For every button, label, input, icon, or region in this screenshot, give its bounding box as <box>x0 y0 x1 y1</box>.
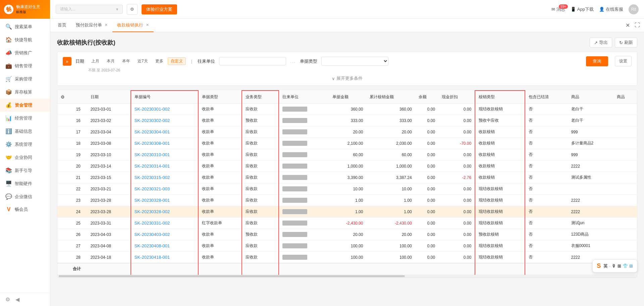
th-bill-no[interactable]: 单据编号 <box>131 90 198 104</box>
cell-settings[interactable] <box>57 161 69 172</box>
cell-bill-no[interactable]: SK-20230310-001 <box>131 149 198 161</box>
cell-settings[interactable] <box>57 126 69 138</box>
cell-settings[interactable] <box>57 240 69 252</box>
filter-this-month[interactable]: 本月 <box>104 57 118 65</box>
bill-no-link[interactable]: SK-20230304-001 <box>135 129 170 134</box>
filter-partner-input[interactable] <box>219 57 286 65</box>
message-btn[interactable]: ✉ 消息 99+ <box>551 6 565 12</box>
bill-no-link[interactable]: SK-20230328-001 <box>135 198 170 203</box>
cell-settings[interactable] <box>57 218 69 229</box>
tab-prepay-close[interactable]: ✕ <box>105 23 108 27</box>
tab-collection-close[interactable]: ✕ <box>146 23 149 27</box>
cell-settings[interactable] <box>57 104 69 115</box>
sidebar-item-wechat[interactable]: 💬 企业微信 <box>0 190 50 203</box>
cell-settings[interactable] <box>57 149 69 161</box>
sidebar-item-purchase[interactable]: 🛒 采购管理 <box>0 72 50 85</box>
bill-no-link[interactable]: SK-20230308-001 <box>135 141 170 146</box>
th-product2[interactable]: 商品 <box>613 90 637 104</box>
cell-bill-no[interactable]: SK-20230301-002 <box>131 104 198 115</box>
sidebar-item-finance[interactable]: 💰 资金管理 <box>0 99 50 112</box>
cell-bill-no[interactable]: SK-20230328-001 <box>131 195 198 206</box>
bill-no-link[interactable]: SK-20230302-002 <box>135 118 170 123</box>
sidebar-item-hardware[interactable]: 🖥️ 智能硬件 <box>0 177 50 190</box>
th-cash-discount[interactable]: 现金折扣 <box>438 90 475 104</box>
sidebar-item-sales[interactable]: 💼 销售管理 <box>0 59 50 72</box>
cell-settings[interactable] <box>57 172 69 183</box>
cell-settings[interactable] <box>57 115 69 126</box>
filter-settings-btn[interactable]: 设置 <box>615 56 632 66</box>
sidebar-item-inventory[interactable]: 📦 库存核算 <box>0 85 50 99</box>
column-settings-icon[interactable]: ⚙ <box>61 95 65 100</box>
sidebar-item-basic[interactable]: ℹ️ 基础信息 <box>0 125 50 138</box>
sidebar-item-member[interactable]: V 畅会员 <box>0 203 50 216</box>
filter-7days[interactable]: 近7天 <box>135 57 151 65</box>
cell-settings[interactable] <box>57 183 69 195</box>
cell-bill-no[interactable]: SK-20230302-002 <box>131 115 198 126</box>
filter-more[interactable]: 更多 <box>152 57 166 65</box>
filter-this-year[interactable]: 本年 <box>119 57 133 65</box>
th-partner[interactable]: 往来单位 <box>279 90 329 104</box>
cell-bill-no[interactable]: SK-20230304-001 <box>131 126 198 138</box>
sidebar-item-search[interactable]: 🔍 搜索菜单 <box>0 20 50 33</box>
tabs-fullscreen-btn[interactable]: ⛶ <box>633 21 641 30</box>
bill-no-link[interactable]: SK-20230314-001 <box>135 164 170 169</box>
sidebar-settings-btn[interactable]: ⚙ <box>5 296 10 303</box>
user-avatar[interactable]: Rit <box>629 4 639 14</box>
tab-prepay[interactable]: 预付款应付单 ✕ <box>71 19 112 32</box>
bill-no-link[interactable]: SK-20230315-002 <box>135 175 170 180</box>
bill-no-link[interactable]: SK-20230408-001 <box>135 243 170 248</box>
sidebar-item-system[interactable]: ⚙️ 系统管理 <box>0 138 50 151</box>
th-cancel-amount[interactable]: 累计核销金额 <box>366 90 415 104</box>
filter-last-month[interactable]: 上月 <box>88 57 102 65</box>
filter-dots[interactable]: ... <box>290 59 296 64</box>
table-scroll-bar[interactable] <box>57 275 637 278</box>
bill-no-link[interactable]: SK-20230331-002 <box>135 221 170 226</box>
sidebar-item-guide[interactable]: 📚 新手引导 <box>0 164 50 177</box>
th-include-settled[interactable]: 包含已结清 <box>525 90 568 104</box>
cell-bill-no[interactable]: SK-20230314-001 <box>131 161 198 172</box>
filter-expand-btn[interactable]: ∨ 展开更多条件 <box>63 75 632 81</box>
cell-bill-no[interactable]: SK-20230408-001 <box>131 240 198 252</box>
th-cancel-type[interactable]: 核销类型 <box>475 90 525 104</box>
tab-collection[interactable]: 收款核销执行 ✕ <box>112 19 154 32</box>
tabs-close-btn[interactable]: ✕ <box>624 21 631 30</box>
bill-no-link[interactable]: SK-20230403-002 <box>135 232 170 237</box>
th-settings[interactable]: ⚙ <box>57 90 69 104</box>
bill-no-link[interactable]: SK-20230418-001 <box>135 255 170 260</box>
th-amount[interactable]: 单据金额 <box>329 90 367 104</box>
refresh-btn[interactable]: ↻ 刷新 <box>615 38 637 48</box>
th-bill-type[interactable]: 单据类型 <box>198 90 242 104</box>
bill-no-link[interactable]: SK-20230310-001 <box>135 152 170 157</box>
bill-no-link[interactable]: SK-20230328-002 <box>135 209 170 214</box>
sidebar-collapse-btn[interactable]: ◀ <box>15 296 19 303</box>
sidebar-item-marketing[interactable]: 📣 营销推广 <box>0 46 50 59</box>
cell-bill-no[interactable]: SK-20230308-001 <box>131 138 198 149</box>
cell-bill-no[interactable]: SK-20230321-003 <box>131 183 198 195</box>
solution-btn[interactable]: 体验行业方案 <box>142 4 177 14</box>
export-btn[interactable]: ↗ 导出 <box>590 38 612 48</box>
sidebar-item-quicknav[interactable]: 🏠 快捷导航 <box>0 33 50 46</box>
filter-query-btn[interactable]: 查询 <box>586 56 608 66</box>
cell-settings[interactable] <box>57 195 69 206</box>
topbar-settings-btn[interactable]: ⚙ <box>127 4 138 15</box>
app-download-btn[interactable]: 📱 App下载 <box>571 6 594 12</box>
cell-bill-no[interactable]: SK-20230315-002 <box>131 172 198 183</box>
filter-custom[interactable]: 自定义 <box>168 57 186 65</box>
filter-bill-type-select[interactable] <box>321 57 388 66</box>
cell-settings[interactable] <box>57 206 69 218</box>
sidebar-item-corp[interactable]: 🤝 企业协同 <box>0 151 50 164</box>
cell-settings[interactable] <box>57 252 69 263</box>
filter-toggle-btn[interactable]: » <box>63 57 71 66</box>
sidebar-item-operation[interactable]: 📊 经营管理 <box>0 112 50 125</box>
cell-bill-no[interactable]: SK-20230418-001 <box>131 252 198 263</box>
cell-settings[interactable] <box>57 229 69 240</box>
th-biz-type[interactable]: 业务类型 <box>242 90 279 104</box>
cell-bill-no[interactable]: SK-20230403-002 <box>131 229 198 240</box>
topbar-breadcrumb[interactable]: 请输入... ▾ <box>56 5 123 14</box>
bill-no-link[interactable]: SK-20230301-002 <box>135 107 170 112</box>
cell-settings[interactable] <box>57 138 69 149</box>
bill-no-link[interactable]: SK-20230321-003 <box>135 186 170 191</box>
tab-home[interactable]: 首页 <box>53 19 71 32</box>
online-service-btn[interactable]: 👤 在线客服 <box>599 6 623 12</box>
cell-bill-no[interactable]: SK-20230331-002 <box>131 218 198 229</box>
